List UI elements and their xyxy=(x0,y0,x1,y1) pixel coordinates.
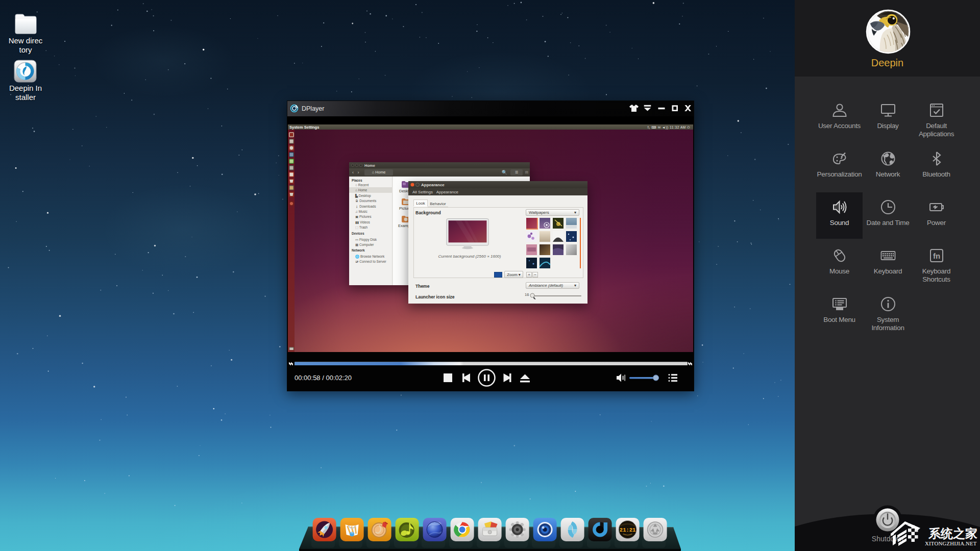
svg-text:XITONGZHIJIA.NET: XITONGZHIJIA.NET xyxy=(925,540,977,546)
svg-text:21:21: 21:21 xyxy=(620,527,636,533)
svg-text:fn: fn xyxy=(933,252,940,260)
svg-text:系统之家: 系统之家 xyxy=(928,527,977,540)
